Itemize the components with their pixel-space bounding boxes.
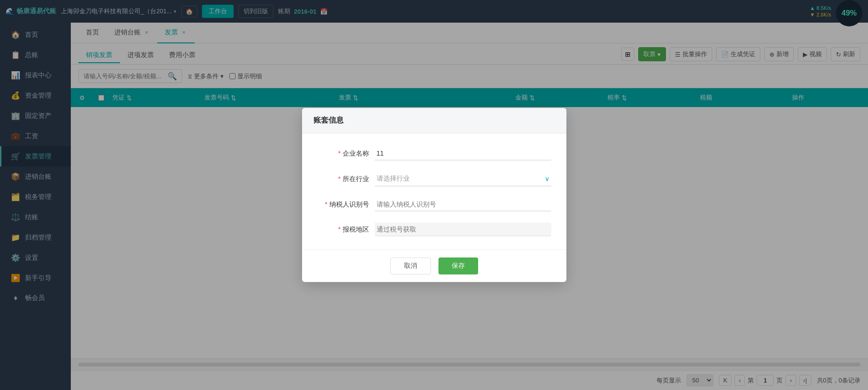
- industry-label: * 所在行业: [317, 175, 369, 183]
- required-star: *: [338, 149, 340, 157]
- modal-footer: 取消 保存: [302, 249, 566, 282]
- company-name-label: * 企业名称: [317, 149, 369, 158]
- modal-title: 账套信息: [313, 116, 344, 124]
- company-name-input[interactable]: [375, 147, 551, 160]
- modal-body: * 企业名称 * 所在行业 请选择行业 ∨ *: [302, 133, 566, 249]
- form-row-tax-id: * 纳税人识别号: [317, 198, 551, 211]
- industry-select[interactable]: 请选择行业 ∨: [375, 172, 551, 186]
- save-button[interactable]: 保存: [438, 257, 478, 274]
- required-star-2: *: [338, 175, 340, 183]
- form-row-company-name: * 企业名称: [317, 147, 551, 160]
- required-star-3: *: [325, 200, 327, 208]
- tax-id-label: * 纳税人识别号: [317, 200, 369, 209]
- form-row-tax-region: * 报税地区: [317, 223, 551, 236]
- account-info-modal: 账套信息 * 企业名称 * 所在行业 请选择行业 ∨: [302, 108, 566, 282]
- cancel-button[interactable]: 取消: [390, 257, 431, 274]
- form-row-industry: * 所在行业 请选择行业 ∨: [317, 172, 551, 186]
- modal-header: 账套信息: [302, 108, 566, 133]
- industry-placeholder: 请选择行业: [377, 174, 410, 183]
- tax-region-label: * 报税地区: [317, 225, 369, 234]
- required-star-4: *: [338, 225, 340, 233]
- industry-chevron-icon: ∨: [545, 175, 549, 183]
- tax-region-input: [375, 223, 551, 236]
- tax-id-input[interactable]: [375, 198, 551, 211]
- modal-overlay: 账套信息 * 企业名称 * 所在行业 请选择行业 ∨: [0, 0, 868, 390]
